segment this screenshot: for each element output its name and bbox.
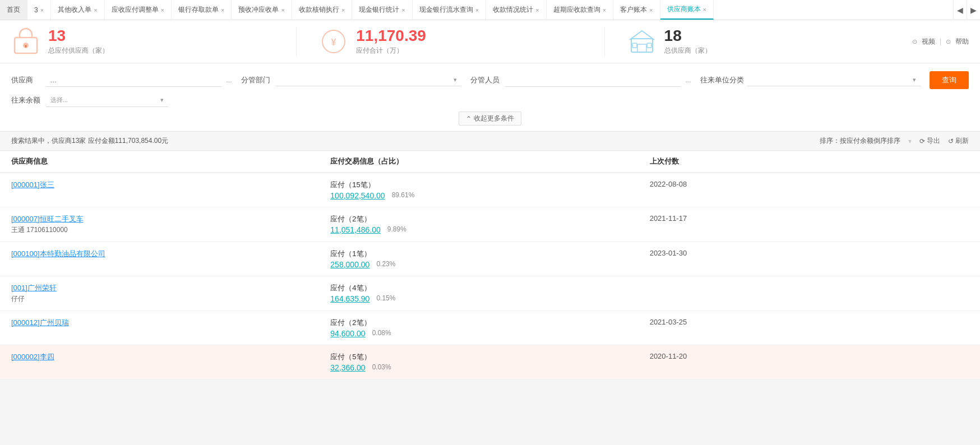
supplier-info-cell: [000100]本特勤油品有限公司 [11, 249, 330, 259]
dept-select[interactable]: ▾ [276, 74, 462, 86]
filter-balance: 往来余额 选择... ▾ [11, 94, 168, 107]
supplier-info-cell: [000001]张三 [11, 180, 330, 190]
search-button[interactable]: 查询 [930, 71, 969, 89]
stat-value-ap-amount: 11,170.39 [356, 27, 426, 45]
tab-other-income[interactable]: 其他收入单 × [51, 0, 104, 20]
tab-cash-bank-flow-close[interactable]: × [475, 7, 479, 13]
tab-supplier-acct-close[interactable]: × [703, 6, 706, 13]
last-pay-cell: 2020-11-20 [650, 352, 969, 360]
tx-amount[interactable]: 100,092,540.00 [330, 191, 385, 200]
filter-supplier-label: 供应商 [11, 75, 43, 85]
tab-recv-stat-close[interactable]: × [535, 7, 539, 13]
supplier-link[interactable]: [000007]恒旺二手叉车 [11, 215, 84, 223]
supplier-input[interactable] [46, 73, 221, 87]
tab-ar-ap-adjust-label: 应收应付调整单 [112, 5, 159, 15]
last-pay-cell: 2022-08-08 [650, 180, 969, 188]
tab-prepay[interactable]: 预收冲应收单 × [232, 0, 292, 20]
tab-overdue-close[interactable]: × [603, 7, 606, 13]
tab-home-label: 首页 [7, 5, 20, 15]
svg-rect-7 [632, 43, 637, 48]
tx-info-cell: 应付（1笔）258,000.000.23% [330, 249, 649, 269]
nav-prev-arrow[interactable]: ◀ [953, 0, 967, 20]
tab-customer-acct-label: 客户账本 [620, 5, 647, 15]
tx-amount-row: 11,051,486.009.89% [330, 224, 649, 234]
video-link[interactable]: 视频 [922, 37, 935, 47]
tx-amount[interactable]: 94,600.00 [330, 329, 365, 338]
tx-amount[interactable]: 11,051,486.00 [330, 225, 381, 234]
tx-amount[interactable]: 258,000.00 [330, 260, 369, 269]
svg-rect-6 [637, 44, 646, 52]
tab-3-close[interactable]: × [40, 7, 44, 13]
tx-info-cell: 应付（2笔）11,051,486.009.89% [330, 214, 649, 234]
amount-icon: ¥ [319, 27, 348, 56]
last-pay-cell: 2021-03-25 [650, 318, 969, 326]
export-button[interactable]: ⟳ 导出 [919, 136, 940, 146]
tx-label: 应付（4笔） [330, 283, 649, 293]
nav-tabs: 首页 3 × 其他收入单 × 应收应付调整单 × 银行存取款单 × 预收冲应收单… [0, 0, 980, 20]
supplier-info-cell: [000007]恒旺二手叉车王通 17106110000 [11, 214, 330, 235]
table-rows-container: [000001]张三应付（15笔）100,092,540.0089.61%202… [0, 173, 980, 379]
balance-select[interactable]: 选择... ▾ [46, 94, 168, 107]
tab-cash-bank-flow[interactable]: 现金银行流水查询 × [413, 0, 486, 20]
tx-amount-row: 32,366.000.03% [330, 362, 649, 372]
supplier-link[interactable]: [001]广州荣轩 [11, 284, 57, 292]
tab-home[interactable]: 首页 [0, 0, 27, 20]
last-pay-value: 2022-08-08 [650, 180, 687, 188]
supplier-link[interactable]: [000002]李四 [11, 353, 54, 361]
tx-amount[interactable]: 164,635.90 [330, 294, 369, 303]
category-select-arrow: ▾ [913, 76, 916, 84]
store-icon [627, 27, 657, 56]
stats-bar: ¥ 13 总应付供应商（家） ¥ 11,170.39 应付合计（万） [0, 20, 980, 63]
table-row: [000007]恒旺二手叉车王通 17106110000应付（2笔）11,051… [0, 207, 980, 242]
tab-customer-acct-close[interactable]: × [649, 7, 653, 13]
export-icon: ⟳ [919, 137, 925, 145]
stat-info-total-suppliers: 18 总供应商（家） [664, 27, 711, 55]
table-row: [000001]张三应付（15笔）100,092,540.0089.61%202… [0, 173, 980, 207]
filter-person-label: 分管人员 [470, 75, 502, 85]
supplier-link[interactable]: [000012]广州贝瑞 [11, 318, 69, 327]
sort-label: 排序：按应付余额倒序排序 [820, 136, 900, 146]
tab-recv-stat[interactable]: 收款情况统计 × [486, 0, 546, 20]
supplier-sub: 王通 17106110000 [11, 225, 330, 235]
tab-cash-bank-stat-close[interactable]: × [401, 7, 405, 13]
table-row: [000002]李四应付（5笔）32,366.000.03%2020-11-20 [0, 345, 980, 379]
stat-block-ap-amount: ¥ 11,170.39 应付合计（万） [296, 27, 604, 56]
tab-3[interactable]: 3 × [27, 0, 51, 20]
nav-next-arrow[interactable]: ▶ [967, 0, 980, 20]
tab-overdue[interactable]: 超期应收款查询 × [547, 0, 613, 20]
category-select[interactable]: ▾ [747, 74, 921, 86]
tab-cash-bank-stat[interactable]: 现金银行统计 × [352, 0, 412, 20]
tab-supplier-acct[interactable]: 供应商账本 × [660, 0, 714, 20]
collapse-label: 收起更多条件 [474, 114, 514, 123]
tab-bank-deposit[interactable]: 银行存取款单 × [172, 0, 232, 20]
last-pay-cell: 2021-11-17 [650, 214, 969, 222]
refresh-button[interactable]: ↺ 刷新 [948, 136, 969, 146]
tab-bank-deposit-close[interactable]: × [221, 7, 224, 13]
supplier-dots: ... [226, 76, 232, 84]
table-row: [000100]本特勤油品有限公司应付（1笔）258,000.000.23%20… [0, 242, 980, 276]
tab-ar-ap-adjust-close[interactable]: × [161, 7, 164, 13]
person-input[interactable] [505, 73, 681, 87]
supplier-info-cell: [000002]李四 [11, 352, 330, 362]
tab-customer-acct[interactable]: 客户账本 × [613, 0, 660, 20]
tx-info-cell: 应付（15笔）100,092,540.0089.61% [330, 180, 649, 200]
tx-amount[interactable]: 32,366.00 [330, 363, 365, 372]
last-pay-cell: 2023-01-30 [650, 249, 969, 257]
tab-prepay-close[interactable]: × [281, 7, 284, 13]
tab-recv-verify-close[interactable]: × [341, 7, 345, 13]
tx-amount-row: 164,635.900.15% [330, 293, 649, 303]
tx-pct: 0.23% [376, 260, 395, 268]
tab-recv-verify[interactable]: 收款核销执行 × [292, 0, 352, 20]
help-link[interactable]: 帮助 [955, 37, 969, 47]
tx-label: 应付（1笔） [330, 249, 649, 259]
help-links: ⊙ 视频 | ⊙ 帮助 [912, 37, 969, 47]
table-row: [001]广州荣轩仔仔应付（4笔）164,635.900.15% [0, 276, 980, 311]
collapse-button[interactable]: ⌃ 收起更多条件 [459, 112, 521, 126]
svg-rect-8 [647, 43, 651, 48]
tab-other-income-close[interactable]: × [94, 7, 97, 13]
supplier-link[interactable]: [000100]本特勤油品有限公司 [11, 249, 105, 258]
supplier-link[interactable]: [000001]张三 [11, 180, 54, 189]
stat-block-total-suppliers: 18 总供应商（家） [604, 27, 912, 56]
supplier-info-cell: [001]广州荣轩仔仔 [11, 283, 330, 304]
tab-ar-ap-adjust[interactable]: 应收应付调整单 × [105, 0, 172, 20]
